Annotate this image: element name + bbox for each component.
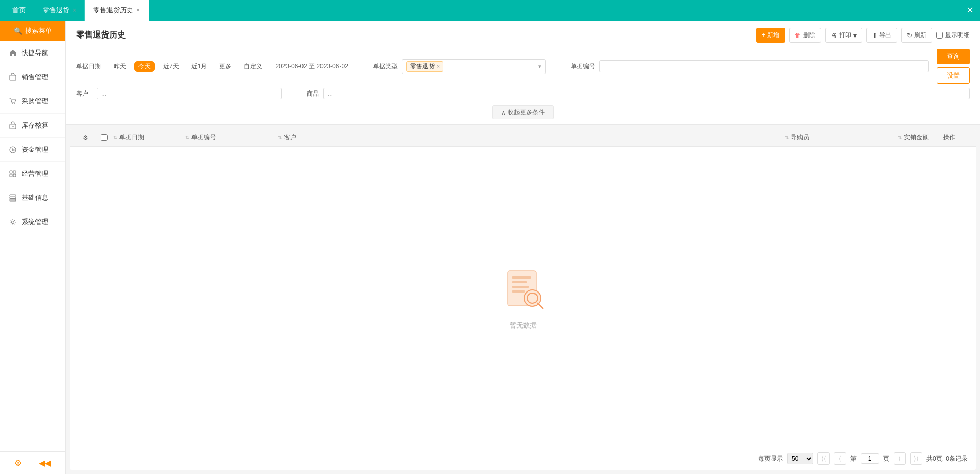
query-button[interactable]: 查询: [937, 49, 970, 64]
table-col-checkbox[interactable]: [95, 134, 113, 141]
svg-rect-0: [10, 75, 16, 80]
tab-home[interactable]: 首页: [4, 0, 34, 21]
page-first-btn[interactable]: ⟨⟨: [817, 452, 830, 465]
bill-type-tag-close[interactable]: ×: [437, 63, 440, 69]
sort-billno-icon: ⇅: [185, 135, 189, 140]
page-title: 零售退货历史: [76, 30, 126, 41]
page-label: 第: [850, 454, 857, 463]
page-unit: 页: [883, 454, 889, 463]
table-col-date[interactable]: ⇅ 单据日期: [113, 133, 185, 142]
refresh-icon: ↻: [907, 32, 912, 39]
collapse-button[interactable]: ∧ 收起更多条件: [492, 105, 554, 119]
tab-retail-return-close[interactable]: ×: [73, 7, 76, 14]
sidebar-item-operations[interactable]: 经营管理: [0, 162, 65, 186]
tab-bar: 首页 零售退货 × 零售退货历史 ×: [4, 0, 966, 21]
search-icon: 🔍: [14, 27, 22, 35]
filter-area: 单据日期 昨天 今天 近7天 近1月 更多 自定义 2023-06-02 至 2…: [76, 49, 970, 119]
select-all-checkbox[interactable]: [101, 134, 108, 141]
bill-type-selector[interactable]: 零售退货 × ▾: [402, 59, 546, 74]
basic-icon: [8, 193, 17, 203]
tab-retail-return-history[interactable]: 零售退货历史 ×: [85, 0, 149, 21]
table-col-settings[interactable]: ⚙: [76, 134, 95, 141]
bill-no-input[interactable]: [599, 60, 929, 72]
sidebar-item-finance[interactable]: 资金管理: [0, 138, 65, 162]
empty-state-icon: [497, 263, 549, 315]
export-icon: ⬆: [872, 32, 877, 39]
toolbar: + 新增 🗑 删除 🖨 打印 ▾ ⬆ 导出: [756, 28, 932, 43]
customer-label: 客户: [76, 89, 88, 98]
svg-point-1: [12, 103, 13, 104]
refresh-button[interactable]: ↻ 刷新: [901, 28, 932, 43]
page-last-btn[interactable]: ⟩⟩: [910, 452, 922, 465]
date-quick-1month[interactable]: 近1月: [187, 61, 212, 72]
tab-retail-return-history-close[interactable]: ×: [136, 7, 140, 14]
total-info: 共0页, 0条记录: [926, 454, 968, 463]
table-empty-state: 暂无数据: [70, 147, 976, 447]
per-page-select[interactable]: 50 20 100: [787, 453, 813, 464]
show-detail-checkbox-label[interactable]: 显示明细: [936, 31, 970, 40]
delete-button[interactable]: 🗑 删除: [789, 28, 821, 43]
bill-type-chevron-icon: ▾: [538, 63, 541, 70]
sidebar: 🔍 搜索菜单 快捷导航 销售管理 采购管理 库存核算: [0, 21, 66, 474]
print-chevron-icon: ▾: [853, 32, 857, 39]
bill-type-label: 单据类型: [373, 62, 398, 71]
page-number-input[interactable]: [861, 453, 879, 464]
sidebar-item-purchase[interactable]: 采购管理: [0, 89, 65, 114]
volume-icon[interactable]: ◀◀: [39, 458, 51, 468]
date-quick-custom[interactable]: 自定义: [239, 61, 267, 72]
sidebar-item-basic[interactable]: 基础信息: [0, 186, 65, 210]
delete-icon: 🗑: [795, 32, 801, 39]
table-col-guide[interactable]: ⇅ 导购员: [785, 133, 857, 142]
tab-retail-return[interactable]: 零售退货 ×: [34, 0, 85, 21]
date-quick-yesterday[interactable]: 昨天: [109, 61, 131, 72]
table-col-billno[interactable]: ⇅ 单据编号: [185, 133, 278, 142]
per-page-label: 每页显示: [758, 454, 783, 463]
content-header: 零售退货历史 + 新增 🗑 删除 🖨 打印 ▾: [66, 21, 980, 125]
home-icon: [8, 48, 17, 58]
date-quick-today[interactable]: 今天: [134, 61, 155, 72]
svg-point-2: [14, 103, 15, 104]
svg-rect-17: [512, 290, 525, 293]
collapse-icon: ∧: [501, 109, 506, 116]
date-label: 单据日期: [76, 62, 101, 71]
print-button[interactable]: 🖨 打印 ▾: [825, 28, 862, 43]
pagination: 每页显示 50 20 100 ⟨⟨ ⟨ 第 页 ⟩ ⟩⟩ 共0页, 0条记录: [70, 447, 976, 470]
sidebar-item-system[interactable]: 系统管理: [0, 210, 65, 234]
bill-type-tag: 零售退货 ×: [406, 61, 443, 72]
print-icon: 🖨: [831, 32, 837, 39]
export-button[interactable]: ⬆ 导出: [866, 28, 897, 43]
system-icon: [8, 217, 17, 227]
table-col-customer[interactable]: ⇅ 客户: [278, 133, 785, 142]
svg-rect-9: [10, 195, 16, 196]
svg-rect-5: [10, 171, 12, 173]
date-quick-7days[interactable]: 近7天: [158, 61, 184, 72]
sidebar-search[interactable]: 🔍 搜索菜单: [0, 21, 65, 41]
sort-amount-icon: ⇅: [898, 135, 902, 140]
top-bar-close[interactable]: ✕: [966, 5, 980, 16]
date-quick-more[interactable]: 更多: [215, 61, 236, 72]
set-button[interactable]: 设置: [937, 67, 970, 84]
settings-bottom-icon[interactable]: ⚙: [14, 458, 22, 468]
sidebar-bottom: ⚙ ◀◀: [0, 451, 65, 474]
svg-rect-14: [512, 276, 531, 279]
svg-rect-16: [512, 286, 529, 288]
date-quick-group: 昨天 今天 近7天 近1月 更多 自定义: [109, 61, 267, 72]
goods-label: 商品: [307, 89, 319, 98]
goods-selector[interactable]: ...: [323, 88, 970, 99]
show-detail-checkbox[interactable]: [936, 32, 943, 39]
purchase-icon: [8, 97, 17, 106]
sidebar-item-quick-nav[interactable]: 快捷导航: [0, 41, 65, 65]
sort-date-icon: ⇅: [113, 135, 117, 140]
svg-rect-10: [10, 197, 16, 199]
table-area: ⚙ ⇅ 单据日期 ⇅ 单据编号 ⇅ 客户 ⇅: [70, 129, 976, 470]
bill-type-tag-text: 零售退货: [410, 62, 435, 71]
table-col-amount[interactable]: ⇅ 实销金额: [857, 133, 929, 142]
sidebar-item-sales[interactable]: 销售管理: [0, 65, 65, 89]
page-prev-btn[interactable]: ⟨: [834, 452, 846, 465]
new-button[interactable]: + 新增: [756, 28, 785, 43]
finance-icon: [8, 145, 17, 154]
page-next-btn[interactable]: ⟩: [894, 452, 906, 465]
customer-selector[interactable]: ...: [97, 88, 282, 99]
inventory-icon: [8, 121, 17, 130]
sidebar-item-inventory[interactable]: 库存核算: [0, 114, 65, 138]
